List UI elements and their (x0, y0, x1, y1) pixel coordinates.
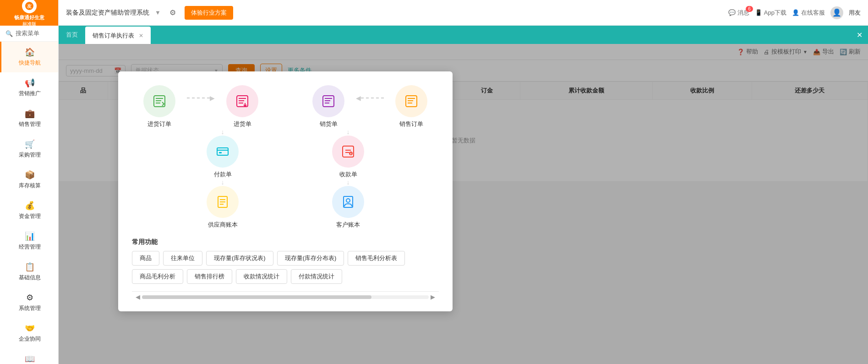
sales-order-node[interactable]: 销售订单 (384, 85, 439, 128)
sidebar-item-enterprise[interactable]: 🤝 企业协同 (0, 318, 58, 348)
tab-sales-order-label: 销售订单执行表 (93, 32, 134, 40)
download-icon: 📱 (755, 9, 762, 16)
sidebar-item-basic-info[interactable]: 📋 基础信息 (0, 256, 58, 287)
tabbar-close-icon[interactable]: ✕ (857, 31, 863, 39)
common-btn-sales-profit[interactable]: 销售毛利分析表 (348, 251, 405, 266)
quick-nav-popup: 进货订单 ▶ 进货单 (118, 71, 453, 311)
customer-ledger-icon[interactable] (332, 186, 364, 218)
sidebar-item-label: 库存核算 (19, 182, 41, 190)
sidebar-item-quick-nav[interactable]: 🏠 快捷导航 (0, 42, 58, 72)
receipt-bill-icon[interactable]: ¥ (332, 136, 364, 168)
supplier-ledger-icon[interactable] (207, 186, 239, 218)
sidebar-item-marketing[interactable]: 📢 营销推广 (0, 72, 58, 103)
search-icon: 🔍 (5, 30, 13, 37)
sidebar-item-label: 系统管理 (19, 304, 41, 312)
scroll-right-icon[interactable]: ▶ (431, 293, 435, 300)
logo-text: 畅康通好生意 (14, 14, 44, 21)
common-btn-payment-stats[interactable]: 付款情况统计 (291, 269, 342, 284)
scroll-track (142, 295, 429, 299)
sidebar-item-label: 企业协同 (19, 335, 41, 343)
common-btn-partners[interactable]: 往来单位 (163, 251, 202, 266)
svg-rect-20 (219, 152, 222, 153)
app-download-label: App下载 (764, 9, 786, 17)
purchase-icon: 🛒 (25, 139, 35, 149)
content-area: ❓ 帮助 🖨 按模板打印 ▼ 📤 导出 🔄 刷新 (59, 44, 868, 364)
finance-icon: 💰 (25, 201, 35, 211)
sidebar-item-sales[interactable]: 💼 销售管理 (0, 103, 58, 134)
sales-bill-label: 销货单 (320, 120, 338, 128)
purchase-order-node[interactable]: 进货订单 (132, 85, 187, 128)
common-section: 常用功能 商品 往来单位 现存量(库存状况表) 现存量(库存分布表) 销售毛利分… (132, 238, 439, 284)
topbar: 装备及固定资产辅助管理系统 ▼ ⚙ 体验行业方案 💬 6 消息 📱 App下载 … (59, 0, 868, 26)
logo-sub: 标准版 (22, 21, 36, 27)
sidebar-item-guide[interactable]: 📖 新手引导 (0, 348, 58, 364)
common-btn-stock-status[interactable]: 现存量(库存状况表) (206, 251, 273, 266)
purchase-bill-node[interactable]: 进货单 (215, 85, 270, 128)
customer-ledger-node[interactable]: 客户账本 (321, 186, 376, 229)
sidebar-item-system[interactable]: ⚙ 系统管理 (0, 287, 58, 318)
sidebar-item-inventory[interactable]: 📦 库存核算 (0, 164, 58, 195)
sidebar-search-btn[interactable]: 🔍 搜索菜单 (0, 26, 58, 42)
user-name: 用友 (849, 9, 861, 17)
main-content: 装备及固定资产辅助管理系统 ▼ ⚙ 体验行业方案 💬 6 消息 📱 App下载 … (59, 0, 868, 364)
service-icon: 👤 (792, 9, 799, 16)
common-btn-goods[interactable]: 商品 (132, 251, 159, 266)
scroll-left-icon[interactable]: ◀ (136, 293, 140, 300)
scroll-bar[interactable]: ◀ ▶ (132, 291, 439, 302)
system-title: 装备及固定资产辅助管理系统 (66, 9, 149, 17)
scroll-thumb[interactable] (142, 295, 371, 299)
payment-bill-icon[interactable] (207, 136, 239, 168)
supplier-ledger-node[interactable]: 供应商账本 (195, 186, 250, 229)
common-btn-receipt-stats[interactable]: 收款情况统计 (236, 269, 287, 284)
supplier-ledger-label: 供应商账本 (208, 221, 238, 229)
search-label: 搜索菜单 (16, 29, 39, 38)
receipt-bill-node[interactable]: ¥ 收款单 (321, 136, 376, 179)
sales-icon: 💼 (25, 109, 35, 119)
quick-nav-icon: 🏠 (25, 47, 35, 57)
sidebar-item-finance[interactable]: 💰 资金管理 (0, 195, 58, 226)
avatar: 👤 (830, 6, 843, 19)
message-button[interactable]: 💬 6 消息 (728, 9, 749, 17)
svg-point-31 (346, 199, 350, 202)
tab-close-icon[interactable]: ✕ (139, 33, 143, 39)
sales-bill-node[interactable]: 销货单 (301, 85, 356, 128)
sidebar-nav: 🏠 快捷导航 📢 营销推广 💼 销售管理 🛒 采购管理 📦 库存核算 💰 (0, 42, 58, 364)
purchase-order-icon[interactable] (143, 85, 175, 117)
settings-button[interactable]: ⚙ (166, 6, 179, 19)
purchase-order-label: 进货订单 (147, 120, 171, 128)
operations-icon: 📊 (25, 231, 35, 241)
app-download-button[interactable]: 📱 App下载 (755, 9, 786, 17)
enterprise-icon: 🤝 (25, 323, 35, 333)
tabbar: 首页 销售订单执行表 ✕ ✕ (59, 26, 868, 44)
tab-home[interactable]: 首页 (59, 26, 85, 44)
tab-home-label: 首页 (66, 31, 78, 39)
sidebar-item-operations[interactable]: 📊 经营管理 (0, 226, 58, 256)
svg-rect-18 (217, 148, 228, 155)
sales-bill-icon[interactable] (312, 85, 344, 117)
sidebar-item-purchase[interactable]: 🛒 采购管理 (0, 134, 58, 164)
payment-bill-node[interactable]: 付款单 (195, 136, 250, 179)
sales-order-icon[interactable] (395, 85, 427, 117)
dropdown-arrow[interactable]: ▼ (155, 9, 161, 16)
purchase-bill-icon[interactable] (226, 85, 258, 117)
common-btn-stock-dist[interactable]: 现存量(库存分布表) (277, 251, 344, 266)
avatar-icon: 👤 (832, 8, 841, 17)
system-icon: ⚙ (26, 293, 33, 303)
inventory-icon: 📦 (25, 170, 35, 180)
common-btn-goods-profit[interactable]: 商品毛利分析 (132, 269, 183, 284)
online-service-button[interactable]: 👤 在线客服 (792, 9, 825, 17)
sidebar-item-label: 基础信息 (19, 274, 41, 282)
sales-order-label: 销售订单 (399, 120, 423, 128)
basic-info-icon: 📋 (25, 262, 35, 272)
common-btn-sales-ranking[interactable]: 销售排行榜 (187, 269, 232, 284)
tab-sales-order[interactable]: 销售订单执行表 ✕ (85, 27, 151, 45)
message-icon: 💬 (728, 9, 736, 16)
sidebar-logo: 友 畅康通好生意 标准版 (0, 0, 58, 26)
guide-icon: 📖 (25, 354, 35, 364)
sidebar-item-label: 销售管理 (19, 120, 41, 128)
marketing-icon: 📢 (25, 78, 35, 88)
sidebar-item-label: 资金管理 (19, 212, 41, 220)
flow-section: 进货订单 ▶ 进货单 (132, 85, 439, 229)
message-badge: 6 (746, 6, 753, 12)
trial-button[interactable]: 体验行业方案 (185, 6, 233, 20)
